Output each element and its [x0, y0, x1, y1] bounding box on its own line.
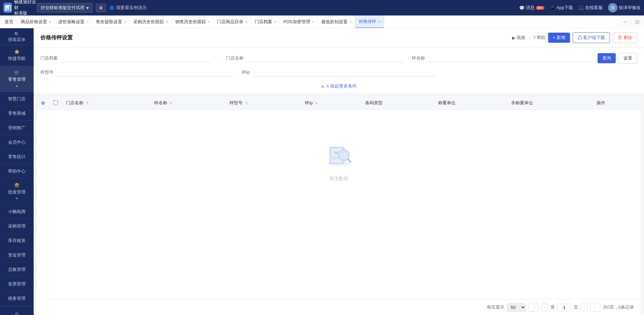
sidebar-item-retail-stats[interactable]: 零售统计	[0, 150, 34, 164]
tab-store-file[interactable]: 门店档案 ×	[251, 15, 280, 28]
sidebar-item-retail-mall[interactable]: 零售商城	[0, 106, 34, 121]
scale-ip-input[interactable]	[252, 68, 435, 76]
video-link[interactable]: ▶ 视频	[512, 35, 525, 41]
sidebar-item-smart-store[interactable]: 智慧门店	[0, 92, 34, 106]
th-store-name[interactable]: 门店名称 ⇅	[62, 97, 150, 110]
th-scale-model[interactable]: 秤型号 ⇅	[225, 97, 301, 110]
tab-pos-encrypt[interactable]: POS加密管理 ×	[280, 15, 318, 28]
tab-store-catalog[interactable]: 门店商品目录 ×	[214, 15, 251, 28]
query-button[interactable]: 查询	[598, 53, 616, 63]
close-icon[interactable]: ×	[350, 20, 352, 24]
play-icon: ▶	[512, 35, 515, 40]
tab-purchase-strategy[interactable]: 进价策略设置 ×	[55, 15, 92, 28]
sidebar-item-capital[interactable]: 资金管理	[0, 248, 34, 262]
next-page-button[interactable]: ›	[581, 304, 587, 311]
message-button[interactable]: 💬 消息 99+	[519, 5, 544, 11]
tab-sales-history[interactable]: 销售历史价跟踪 ×	[172, 15, 214, 28]
tab-home[interactable]: 首页	[1, 15, 17, 28]
th-scale-name[interactable]: 秤名称 ⇅	[150, 97, 225, 110]
empty-icon	[322, 137, 356, 170]
main-layout: 🔍 搜索菜单 ⭐ 快捷导航 🛒 零售管理 ▲ 智慧门店 零售商城 营销推广 会员…	[0, 28, 644, 315]
delete-button[interactable]: 而 删除	[613, 32, 637, 43]
download-button[interactable]: 凸 客户端下载	[573, 32, 610, 43]
page-actions: ▶ 视频 | ? 帮助 + 新增 凸 客户端下载 而 删除	[512, 32, 637, 43]
sort-icon: ⇅	[86, 101, 89, 105]
tab-min-discount[interactable]: 最低折扣设置 ×	[318, 15, 355, 28]
add-button[interactable]: + 新增	[548, 33, 570, 43]
sidebar-item-ecommerce[interactable]: 小畅电商	[0, 205, 34, 219]
select-all-checkbox[interactable]	[53, 100, 58, 105]
online-service-button[interactable]: 🎧 在线客服	[578, 5, 603, 11]
sidebar-item-member[interactable]: 会员中心	[0, 135, 34, 150]
retail-icon: 🛒	[14, 70, 20, 75]
close-icon[interactable]: ×	[378, 20, 380, 24]
store-name-input[interactable]	[246, 54, 404, 62]
top-bar-middle: 好业财标准版交付试用 ▾ ⚙ 🔵 我要看实例演示	[37, 3, 519, 12]
store-file-input[interactable]	[61, 54, 209, 62]
page-input[interactable]	[558, 304, 571, 311]
first-page-button[interactable]: 《	[529, 303, 538, 312]
sidebar-item-wholesale[interactable]: 📦 批发管理 ▼	[0, 179, 34, 205]
close-all-tabs-button[interactable]: —	[620, 18, 630, 26]
service-icon: 🎧	[578, 5, 584, 10]
close-icon[interactable]: ×	[274, 20, 276, 24]
settings-form-button[interactable]: 设置	[618, 53, 637, 64]
sidebar-item-retail[interactable]: 🛒 零售管理 ▲	[0, 66, 34, 92]
close-icon[interactable]: ×	[166, 20, 168, 24]
tab-purchase-history[interactable]: 采购历史价跟踪 ×	[130, 15, 172, 28]
close-icon[interactable]: ×	[245, 20, 247, 24]
version-select[interactable]: 好业财标准版交付试用 ▾	[37, 3, 93, 12]
close-icon[interactable]: ×	[312, 20, 314, 24]
sort-icon: ⇅	[245, 101, 248, 105]
th-barcode-type: 条码类型	[361, 97, 434, 110]
sidebar-settings-button[interactable]: ⚙	[0, 306, 34, 315]
scale-ip-field: 秤ip	[242, 68, 435, 76]
avatar: 徐	[608, 3, 617, 12]
help-link[interactable]: ? 帮助	[533, 35, 545, 41]
page-unit: 页	[574, 304, 578, 310]
per-page-select[interactable]: 10 20 50 100	[507, 303, 526, 312]
wholesale-icon: 📦	[14, 183, 20, 188]
tabs-right-actions: — ⬜	[620, 18, 643, 26]
sidebar-item-ledger[interactable]: 总账管理	[0, 262, 34, 277]
last-page-button[interactable]: 》	[591, 303, 600, 312]
chevron-up-icon: ∧	[321, 84, 324, 89]
th-non-weight-unit: 非称重单位	[507, 97, 593, 110]
form-row-2: 秤型号 秤ip	[40, 68, 637, 76]
close-icon[interactable]: ×	[124, 20, 126, 24]
tab-sale-price[interactable]: 售价提取设置 ×	[93, 15, 130, 28]
sidebar: 🔍 搜索菜单 ⭐ 快捷导航 🛒 零售管理 ▲ 智慧门店 零售商城 营销推广 会员…	[0, 28, 34, 315]
sidebar-item-invoice[interactable]: 发票管理	[0, 277, 34, 291]
settings-button[interactable]: ⚙	[96, 4, 106, 12]
th-weight-unit: 称重单位	[434, 97, 507, 110]
close-icon[interactable]: ×	[49, 20, 51, 24]
top-bar: 📊 畅捷通好业财 标准版 好业财标准版交付试用 ▾ ⚙ 🔵 我要看实例演示 💬 …	[0, 0, 644, 15]
sidebar-item-quick-nav[interactable]: ⭐ 快捷导航	[0, 45, 34, 66]
maximize-button[interactable]: ⬜	[632, 18, 643, 26]
close-icon[interactable]: ×	[208, 20, 210, 24]
sort-icon: ⇅	[169, 101, 172, 105]
sidebar-search[interactable]: 🔍 搜索菜单	[0, 28, 34, 45]
store-file-picker-button[interactable]: ···	[212, 55, 218, 62]
sidebar-item-marketing[interactable]: 营销推广	[0, 121, 34, 135]
tab-price-scale[interactable]: 价格传秤 ×	[355, 15, 384, 28]
th-scale-ip[interactable]: 秤ip ⇅	[301, 97, 361, 110]
svg-point-6	[334, 151, 338, 154]
sidebar-item-purchase[interactable]: 采购管理	[0, 219, 34, 234]
logo-text: 畅捷通好业财 标准版	[14, 0, 37, 16]
collapse-more-button[interactable]: ∧ ∧ 收起更多条件	[40, 81, 637, 93]
th-settings[interactable]: ⚙	[37, 97, 49, 110]
sidebar-item-help[interactable]: 帮助中心	[0, 164, 34, 179]
scale-model-input[interactable]	[56, 68, 234, 76]
close-icon[interactable]: ×	[86, 20, 88, 24]
demo-link[interactable]: 🔵 我要看实例演示	[109, 5, 147, 11]
sidebar-item-inventory[interactable]: 库存核算	[0, 234, 34, 248]
user-menu[interactable]: 徐 徐泽华修改	[608, 3, 641, 12]
app-download-button[interactable]: 📱 App下载	[550, 5, 573, 11]
content-area: 价格传秤设置 ▶ 视频 | ? 帮助 + 新增 凸 客户端下载	[34, 28, 644, 315]
tab-product-price[interactable]: 商品价格设置 ×	[17, 15, 55, 28]
sidebar-item-tax[interactable]: 税务管理	[0, 291, 34, 306]
scale-name-input[interactable]	[428, 54, 589, 62]
prev-page-button[interactable]: ‹	[541, 304, 548, 311]
sort-icon: ⇅	[315, 101, 318, 105]
